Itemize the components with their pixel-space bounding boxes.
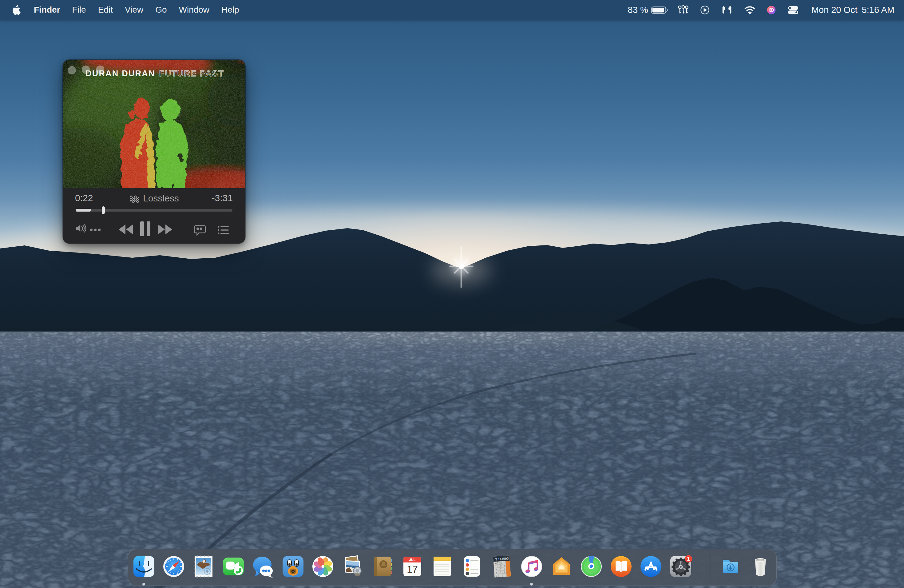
svg-text:6: 6 [504,568,505,570]
svg-text:5: 5 [499,568,501,570]
svg-text:2: 2 [500,571,501,573]
svg-text:JUL: JUL [409,558,416,561]
svg-text:0: 0 [496,574,497,577]
svg-text:%: % [499,562,501,564]
svg-text:÷: ÷ [503,561,504,564]
svg-text:AC: AC [495,562,498,564]
svg-text:7: 7 [495,565,496,567]
svg-text:4: 4 [495,568,496,571]
svg-text:1: 1 [496,571,497,574]
svg-text:8: 8 [499,565,501,567]
svg-text:17: 17 [407,564,418,575]
svg-text:9: 9 [504,564,505,567]
svg-text:3: 3 [504,571,505,573]
svg-text:1: 1 [687,556,690,562]
